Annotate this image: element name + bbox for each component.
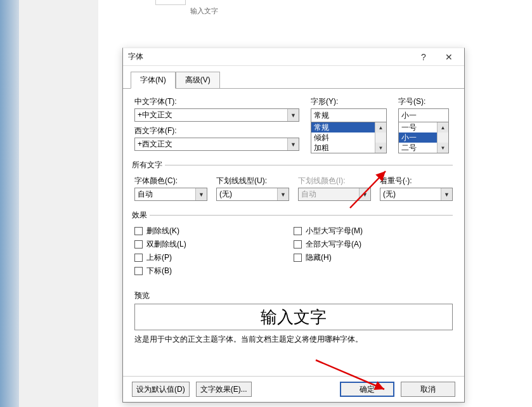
label-western-font: 西文字体(F): <box>134 126 299 136</box>
text-effects-button[interactable]: 文字效果(E)... <box>196 382 252 397</box>
checkbox-strike[interactable]: 删除线(K) <box>134 226 294 236</box>
underline-color-value: 自动 <box>299 188 359 200</box>
effects-group: 效果 删除线(K) 双删除线(L) 上标(P) 下标(B) 小型大写字母(M) … <box>134 210 453 281</box>
western-font-combo[interactable]: ▼ <box>134 138 299 151</box>
titlebar: 字体 ? ✕ <box>123 48 464 66</box>
checkbox-label: 上标(P) <box>146 252 172 263</box>
font-color-combo[interactable]: 自动 ▼ <box>134 188 207 201</box>
list-item[interactable]: 加粗 <box>311 143 375 153</box>
checkbox-box[interactable] <box>294 240 302 249</box>
cancel-button[interactable]: 取消 <box>401 382 455 397</box>
legend-effects: 效果 <box>132 210 150 221</box>
scroll-down-icon[interactable]: ▼ <box>375 143 386 153</box>
close-button[interactable]: ✕ <box>436 48 462 66</box>
label-preview: 预览 <box>134 290 453 301</box>
list-item[interactable]: 常规 <box>311 122 375 132</box>
label-underline-color: 下划线颜色(I): <box>298 176 371 186</box>
checkbox-box[interactable] <box>294 227 302 235</box>
checkbox-label: 双删除线(L) <box>146 239 186 250</box>
chevron-down-icon: ▼ <box>359 188 370 200</box>
list-item[interactable]: 一号 <box>399 122 437 132</box>
label-emphasis: 着重号(·): <box>380 176 453 186</box>
scroll-up-icon[interactable]: ▲ <box>438 122 448 132</box>
chinese-font-input[interactable] <box>135 109 287 121</box>
content-control-hint: 输入文字 <box>190 6 218 16</box>
font-size-input[interactable] <box>399 109 499 122</box>
font-size-input-wrap[interactable] <box>398 108 449 122</box>
tab-strip: 字体(N) 高级(V) <box>123 66 464 89</box>
tab-font[interactable]: 字体(N) <box>131 72 176 89</box>
checkbox-box[interactable] <box>134 254 143 262</box>
list-item[interactable]: 小一 <box>399 132 437 143</box>
label-font-size: 字号(S): <box>398 96 449 107</box>
chinese-font-combo[interactable]: ▼ <box>134 108 299 122</box>
checkbox-label: 隐藏(H) <box>306 252 332 263</box>
scroll-up-icon[interactable]: ▲ <box>375 122 386 132</box>
dialog-body: 中文字体(T): ▼ 西文字体(F): ▼ 字形(Y): 常 <box>123 89 464 350</box>
legend-all-text: 所有文字 <box>132 160 165 171</box>
font-style-list[interactable]: 常规 倾斜 加粗 ▲ ▼ <box>311 122 387 153</box>
checkbox-hidden[interactable]: 隐藏(H) <box>294 252 453 263</box>
chevron-down-icon[interactable]: ▼ <box>195 188 207 200</box>
font-style-input[interactable] <box>311 109 412 122</box>
content-control-box <box>155 0 186 5</box>
chevron-down-icon[interactable]: ▼ <box>277 188 289 200</box>
label-underline-style: 下划线线型(U): <box>216 176 289 186</box>
tab-advanced[interactable]: 高级(V) <box>176 72 220 89</box>
set-default-button[interactable]: 设为默认值(D) <box>132 382 190 397</box>
list-item[interactable]: 倾斜 <box>311 132 375 143</box>
help-button[interactable]: ? <box>411 48 436 66</box>
preview-box: 输入文字 <box>134 304 453 330</box>
scrollbar[interactable]: ▲ ▼ <box>375 122 386 153</box>
font-color-value: 自动 <box>135 188 195 200</box>
underline-color-combo: 自动 ▼ <box>298 188 371 201</box>
list-item[interactable]: 二号 <box>399 143 437 153</box>
ok-button[interactable]: 确定 <box>340 382 394 397</box>
checkbox-box[interactable] <box>134 240 143 249</box>
checkbox-subscript[interactable]: 下标(B) <box>134 266 294 276</box>
chevron-down-icon[interactable]: ▼ <box>287 109 299 121</box>
font-size-list[interactable]: 一号 小一 二号 ▲ ▼ <box>398 122 449 153</box>
checkbox-label: 删除线(K) <box>146 226 179 236</box>
font-dialog: 字体 ? ✕ 字体(N) 高级(V) 中文字体(T): ▼ 西文字体(F): ▼ <box>122 48 465 403</box>
emphasis-value: (无) <box>380 188 441 200</box>
label-chinese-font: 中文字体(T): <box>134 96 299 107</box>
checkbox-superscript[interactable]: 上标(P) <box>134 252 294 263</box>
checkbox-allcaps[interactable]: 全部大写字母(A) <box>294 239 453 250</box>
checkbox-box[interactable] <box>294 254 302 262</box>
sidebar-strip <box>0 0 19 407</box>
emphasis-combo[interactable]: (无) ▼ <box>380 188 453 201</box>
dialog-title: 字体 <box>128 51 411 62</box>
checkbox-box[interactable] <box>134 227 143 235</box>
all-text-group: 所有文字 字体颜色(C): 自动 ▼ 下划线线型(U): (无) ▼ <box>134 160 453 204</box>
scroll-track[interactable] <box>375 132 386 143</box>
checkbox-dblstrike[interactable]: 双删除线(L) <box>134 239 294 250</box>
chevron-down-icon[interactable]: ▼ <box>287 138 299 150</box>
underline-style-value: (无) <box>217 188 277 200</box>
checkbox-box[interactable] <box>134 267 143 275</box>
scrollbar[interactable]: ▲ ▼ <box>437 122 448 153</box>
scroll-track[interactable] <box>438 132 448 143</box>
chevron-down-icon[interactable]: ▼ <box>441 188 452 200</box>
checkbox-smallcaps[interactable]: 小型大写字母(M) <box>294 226 453 236</box>
checkbox-label: 全部大写字母(A) <box>306 239 361 250</box>
font-style-input-wrap[interactable] <box>311 108 387 122</box>
label-font-style: 字形(Y): <box>311 96 387 107</box>
dialog-footer: 设为默认值(D) 文字效果(E)... 确定 取消 <box>123 376 464 402</box>
label-font-color: 字体颜色(C): <box>134 176 207 186</box>
underline-style-combo[interactable]: (无) ▼ <box>216 188 289 201</box>
western-font-input[interactable] <box>135 138 287 150</box>
preview-description: 这是用于中文的正文主题字体。当前文档主题定义将使用哪种字体。 <box>134 334 453 345</box>
checkbox-label: 小型大写字母(M) <box>306 226 363 236</box>
scroll-down-icon[interactable]: ▼ <box>438 143 448 153</box>
checkbox-label: 下标(B) <box>146 266 172 276</box>
